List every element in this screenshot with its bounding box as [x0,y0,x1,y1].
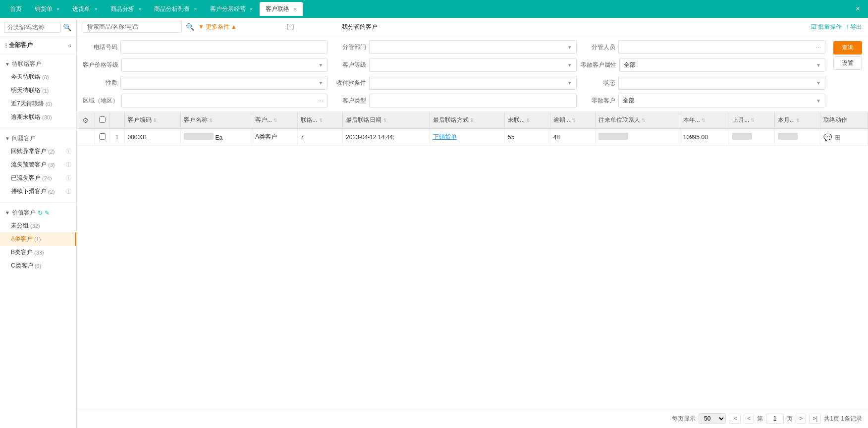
customer-tier-label: 客户等级 [331,61,366,69]
sort-icon-method[interactable]: ⇅ [470,118,474,123]
pending-contact-title[interactable]: ▼ 待联络客户 [0,58,76,70]
nav-close-product-list[interactable]: × [194,6,197,12]
more-conditions-button[interactable]: ▼ 更多条件 ▲ [198,23,237,31]
sidebar-item-churn-warning[interactable]: 流失预警客户 (3) ⓘ [0,158,76,171]
nav-close-product-analysis[interactable]: × [138,6,141,12]
first-page-button[interactable]: |< [729,414,741,424]
page-input[interactable] [766,414,784,424]
sort-icon-no-contact[interactable]: ⇅ [526,118,530,123]
page-size-select[interactable]: 50 100 [699,413,726,424]
nav-close-purchase[interactable]: × [94,6,97,12]
payment-select[interactable]: ▼ [369,76,576,90]
nav-customer-tier[interactable]: 客户分层经营 × [204,2,259,16]
dept-arrow: ▼ [567,45,572,50]
col-no-contact: 未联... ⇅ [505,112,550,129]
settings-button[interactable]: 设置 [833,56,862,70]
price-tier-arrow: ▼ [318,62,323,68]
sidebar-item-today[interactable]: 今天待联络 (0) [0,70,76,84]
row-last-contact-method: 下销货单 [430,129,505,146]
price-tier-select[interactable]: ▼ [121,58,327,72]
filter-icon: ▼ [198,23,204,30]
sidebar-item-class-c[interactable]: C类客户 (6) [0,259,76,272]
region-select[interactable]: ··· [121,94,327,107]
manager-select[interactable]: ··· [618,40,825,54]
retail-attr-select[interactable]: 全部 ▼ [619,58,825,72]
prev-page-button[interactable]: < [744,414,754,424]
customer-tier-select[interactable]: ▼ [369,58,576,72]
retail-select[interactable]: 全部 ▼ [618,94,825,107]
close-all-button[interactable]: × [852,2,864,15]
phone-input[interactable] [120,40,327,54]
sort-icon-overdue[interactable]: ⇅ [572,118,576,123]
dept-select[interactable]: ▼ [369,40,576,54]
sort-icon-name[interactable]: ⇅ [209,118,213,123]
nav-product-analysis-list[interactable]: 商品分析列表 × [148,2,203,16]
my-customers-check[interactable]: 我分管的客户 [241,23,378,31]
sort-icon-type[interactable]: ⇅ [273,118,277,123]
refresh-icon[interactable]: ↻ [38,210,43,216]
col-checkbox [95,112,109,129]
sort-icon-unit[interactable]: ⇅ [642,118,646,123]
grid-action-icon[interactable]: ⊞ [835,133,841,141]
status-select[interactable]: ▼ [618,76,825,90]
nav-purchase-order[interactable]: 进货单 × [66,2,103,16]
sidebar-item-declining[interactable]: 持续下滑客户 (2) ⓘ [0,185,76,198]
search-filter-icon[interactable]: 🔍 [186,23,194,31]
page-label: 第 [757,415,763,423]
my-customers-checkbox[interactable] [241,24,340,30]
chat-action-icon[interactable]: 💬 [823,133,832,141]
row-actions-cell: 💬 ⊞ [820,129,868,146]
nature-arrow: ▼ [318,80,323,86]
sidebar-item-overdue[interactable]: 逾期未联络 (30) [0,110,76,124]
sidebar-search-icon[interactable]: 🔍 [63,23,71,31]
sidebar-item-7days[interactable]: 近7天待联络 (0) [0,97,76,110]
sidebar-item-tomorrow[interactable]: 明天待联络 (1) [0,84,76,97]
search-form: 电话号码 分管部门 ▼ 分管人员 [77,36,868,112]
search-button[interactable]: 查询 [833,41,862,54]
nav-close-customer-tier[interactable]: × [250,6,253,12]
sidebar-item-class-b[interactable]: B类客户 (33) [0,246,76,259]
form-row-1: 电话号码 分管部门 ▼ 分管人员 [83,40,825,54]
form-field-customer-type: 客户类型 [331,94,576,107]
sidebar-item-class-a[interactable]: A类客户 (1) [0,232,76,246]
row-checkbox[interactable] [99,133,106,140]
select-all-checkbox[interactable] [99,116,106,123]
table-settings-gear[interactable]: ⚙ [82,116,89,124]
nav-close-customer-contact[interactable]: × [293,6,296,12]
status-arrow: ▼ [816,80,821,86]
sidebar-all-customers[interactable]: ⁝ 全部客户 « [0,37,76,52]
next-page-button[interactable]: > [796,414,806,424]
nav-home[interactable]: 首页 [4,2,28,16]
nature-select[interactable]: ▼ [120,76,327,90]
contact-method-link[interactable]: 下销货单 [433,133,457,140]
sidebar-item-churned[interactable]: 已流失客户 (24) ⓘ [0,171,76,185]
search-input[interactable] [83,21,182,33]
batch-ops-button[interactable]: ☑ 批量操作 [811,23,842,31]
form-field-customer-tier: 客户等级 ▼ [331,58,576,72]
last-page-button[interactable]: >| [809,414,821,424]
problem-customers-title[interactable]: ▼ 问题客户 [0,132,76,145]
edit-icon[interactable]: ✎ [45,210,50,216]
row-this-month [774,129,820,146]
export-button[interactable]: ↑ 导出 [846,23,862,31]
value-customers-title[interactable]: ▼ 价值客户 ↻ ✎ [0,207,76,219]
row-last-month [729,129,775,146]
nav-product-analysis[interactable]: 商品分析 × [105,2,147,16]
table-header-row: ⚙ 客户编码 ⇅ [77,112,868,129]
col-settings: ⚙ [77,112,95,129]
top-navigation: 首页 销货单 × 进货单 × 商品分析 × 商品分析列表 × 客户分层经营 × … [0,0,868,18]
sort-icon-this-month[interactable]: ⇅ [796,118,800,123]
nav-sales-order[interactable]: 销货单 × [29,2,65,16]
customer-type-input[interactable] [369,94,576,107]
sidebar-item-ungrouped[interactable]: 未分组 (32) [0,219,76,232]
info-icon-3: ⓘ [66,174,71,182]
sidebar-search-input[interactable] [4,22,61,33]
nav-customer-contact[interactable]: 客户联络 × [260,2,302,16]
nav-close-sales[interactable]: × [56,6,59,12]
sort-icon-year[interactable]: ⇅ [702,118,705,123]
sort-icon-date[interactable]: ⇅ [383,118,387,123]
sort-icon-contact[interactable]: ⇅ [319,118,323,123]
sort-icon-code[interactable]: ⇅ [153,118,157,123]
sort-icon-last-month[interactable]: ⇅ [751,118,755,123]
sidebar-item-repurchase-abnormal[interactable]: 回购异常客户 (2) ⓘ [0,145,76,158]
